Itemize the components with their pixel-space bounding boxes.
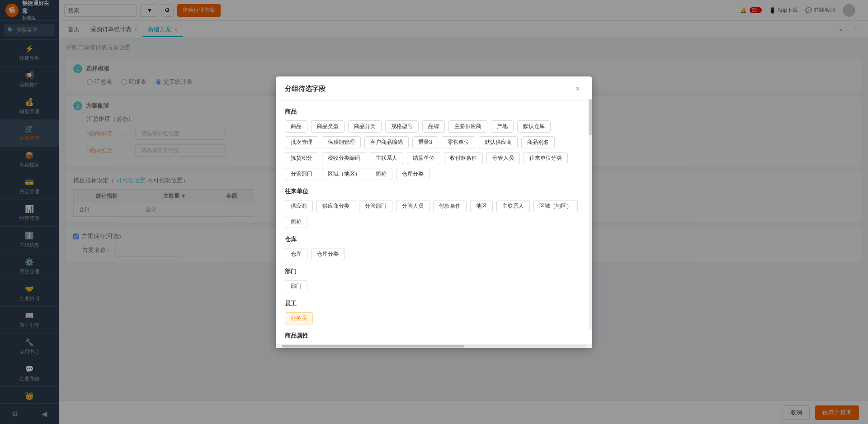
dialog-body: 商品 商品 商品类型 商品分类 规格型号 品牌 主要供应商 产地 默认仓库 批次… [276,100,592,344]
section-employee-fields: 业务员 [285,312,583,324]
field-tag-default-supplier[interactable]: 默认供应商 [479,136,518,148]
dialog-vertical-scrollbar[interactable] [589,99,592,330]
field-tag-supplier-category[interactable]: 供应商分类 [316,200,355,212]
field-tag-batch-mgmt[interactable]: 批次管理 [285,136,318,148]
field-tag-salesperson[interactable]: 业务员 [285,312,313,324]
field-tag-partner-contact[interactable]: 主联系人 [496,200,530,212]
dialog-header: 分组待选字段 × [276,76,592,100]
section-warehouse-title: 仓库 [285,235,583,243]
vertical-scroll-thumb [589,99,592,135]
section-goods-title: 商品 [285,108,583,116]
field-tag-warehouse[interactable]: 仓库 [285,248,307,260]
field-tag-supplier[interactable]: 供应商 [285,200,313,212]
section-warehouse: 仓库 仓库 仓库分类 [285,235,583,260]
field-tag-warehouse-cat[interactable]: 仓库分类 [311,248,344,260]
section-goods: 商品 商品 商品类型 商品分类 规格型号 品牌 主要供应商 产地 默认仓库 批次… [285,108,583,180]
field-tag-region[interactable]: 区域（地区） [322,168,366,180]
section-warehouse-fields: 仓库 仓库分类 [285,248,583,260]
field-tag-partner-supervisor[interactable]: 分管人员 [396,200,429,212]
section-partner-title: 往来单位 [285,187,583,195]
field-tag-brand[interactable]: 品牌 [422,120,445,133]
field-tag-supervisor-dept[interactable]: 分管部门 [285,168,318,180]
section-goods-attr-title: 商品属性 [285,332,583,340]
field-tag-settlement-unit[interactable]: 结算单位 [407,152,440,164]
dialog-title: 分组待选字段 [285,85,326,93]
field-tag-short-name[interactable]: 简称 [370,168,392,180]
section-partner: 往来单位 供应商 供应商分类 分管部门 分管人员 付款条件 地区 主联系人 区域… [285,187,583,228]
field-tag-shelf-life[interactable]: 保质期管理 [322,136,361,148]
section-goods-fields: 商品 商品类型 商品分类 规格型号 品牌 主要供应商 产地 默认仓库 批次管理 … [285,120,583,180]
field-tag-goods-type[interactable]: 商品类型 [311,120,344,133]
field-tag-main-supplier[interactable]: 主要供应商 [448,120,487,133]
field-tag-tax-code[interactable]: 税收分类编码 [322,152,366,164]
field-tag-origin[interactable]: 产地 [491,120,514,133]
scroll-thumb [282,345,464,348]
section-goods-attr: 商品属性 属性 颜色 多规格 尺码 鞋码 1 [285,332,583,344]
section-employee-title: 员工 [285,300,583,308]
field-tag-retail-unit[interactable]: 零售单位 [442,136,475,148]
field-tag-supervisor[interactable]: 分管人员 [486,152,520,164]
dialog-horizontal-scrollbar[interactable] [276,344,592,348]
field-tag-weight3[interactable]: 重量3 [412,136,438,148]
field-tag-goods[interactable]: 商品 [285,120,307,133]
field-tag-partner-region[interactable]: 区域（地区） [533,200,578,212]
section-dept-fields: 部门 [285,280,583,292]
field-tag-partner-short[interactable]: 简称 [285,216,307,228]
scroll-track [282,345,586,348]
field-selection-dialog: 分组待选字段 × 商品 商品 商品类型 商品分类 规格型号 品牌 主要供应商 产… [276,76,592,348]
field-tag-goods-alias[interactable]: 商品别名 [521,136,555,148]
field-tag-payment-terms[interactable]: 收付款条件 [444,152,483,164]
field-tag-partner-dept[interactable]: 分管部门 [359,200,392,212]
field-tag-default-warehouse[interactable]: 默认仓库 [517,120,551,133]
field-tag-partner-category[interactable]: 往来单位分类 [524,152,568,164]
field-tag-area[interactable]: 地区 [470,200,493,212]
dialog-close-button[interactable]: × [572,84,583,95]
field-tag-dept[interactable]: 部门 [285,280,307,292]
field-tag-payment-cond[interactable]: 付款条件 [433,200,467,212]
field-tag-main-contact[interactable]: 主联系人 [370,152,403,164]
field-tag-spec-model[interactable]: 规格型号 [385,120,419,133]
field-tag-customer-code[interactable]: 客户商品编码 [364,136,409,148]
section-employee: 员工 业务员 [285,300,583,324]
section-partner-fields: 供应商 供应商分类 分管部门 分管人员 付款条件 地区 主联系人 区域（地区） … [285,200,583,228]
field-tag-pick-points[interactable]: 拣货积分 [285,152,318,164]
dialog-overlay: 分组待选字段 × 商品 商品 商品类型 商品分类 规格型号 品牌 主要供应商 产… [0,0,868,424]
section-dept-title: 部门 [285,267,583,276]
field-tag-goods-category[interactable]: 商品分类 [348,120,382,133]
section-dept: 部门 部门 [285,267,583,292]
field-tag-warehouse-category[interactable]: 仓库分类 [396,168,429,180]
